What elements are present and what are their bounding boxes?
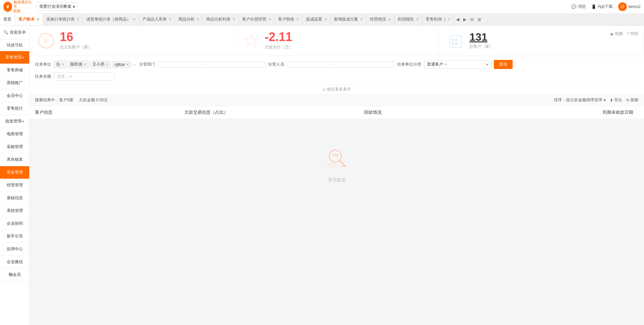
dept-input[interactable]: ··· bbox=[158, 61, 265, 68]
download-icon: 📱 bbox=[591, 4, 596, 9]
tab-inbound-stats[interactable]: 进货单统计表（按商品） ✕ bbox=[83, 13, 139, 26]
tab-retail-profit[interactable]: 零售利润（ ✕ bbox=[422, 13, 454, 26]
filter-more-tags[interactable]: ··· bbox=[132, 62, 136, 67]
tab-production-inbound[interactable]: 产成品入库单 ✕ bbox=[139, 13, 175, 26]
svg-rect-6 bbox=[452, 42, 454, 45]
main-layout: 🔍 搜索菜单 快捷导航 零售管理 ▾ 零售商城 营销推广 会员中心 零售统计 批… bbox=[0, 26, 644, 325]
tab-operations[interactable]: 经营情况 ✕ bbox=[367, 13, 394, 26]
app-download-btn[interactable]: 📱 App下载 bbox=[591, 4, 613, 9]
tab-new-promotion[interactable]: 新增提成方案 ✕ bbox=[331, 13, 367, 26]
sidebar-item-enterprise-wechat[interactable]: 企业微信 bbox=[0, 256, 29, 268]
tag-close-wang[interactable]: ✕ bbox=[106, 63, 109, 66]
help-btn[interactable]: ? 帮助 bbox=[627, 31, 638, 37]
tag-close-wu[interactable]: ✕ bbox=[61, 63, 64, 66]
sidebar-item-member-center[interactable]: 会员中心 bbox=[0, 89, 29, 102]
sidebar-item-retail-stats[interactable]: 零售统计 bbox=[0, 102, 29, 115]
classify-close-icon[interactable]: ✕ bbox=[444, 63, 447, 66]
sidebar-item-wholesale[interactable]: 批发管理 ▾ bbox=[0, 115, 29, 128]
header-right: 💬 消息 📱 App下载 D demo2 bbox=[571, 2, 641, 11]
tab-prev-btn[interactable]: ◀ bbox=[454, 13, 461, 26]
company-selector[interactable]: 母婴行业演示帐套 ▾ bbox=[36, 2, 78, 11]
tab-promotion-settings[interactable]: 提成设置 ✕ bbox=[303, 13, 331, 26]
tab-next-btn[interactable]: ▶ bbox=[461, 13, 468, 26]
sidebar-item-enterprise-coop[interactable]: 企业协同 bbox=[0, 217, 29, 230]
avatar: D bbox=[618, 2, 627, 11]
logo-text: 畅捷通好生意 标版 bbox=[13, 0, 33, 13]
tab-close-profit-report[interactable]: ✕ bbox=[416, 17, 419, 21]
collapse-btn[interactable]: ∧ 收起更多条件 bbox=[35, 84, 639, 94]
empty-state: 暂无数据 bbox=[30, 119, 644, 210]
chevron-down-icon: ▾ bbox=[73, 4, 75, 9]
stat-customers-label: 总客户（家） bbox=[469, 44, 493, 49]
sidebar-quick-nav[interactable]: 快捷导航 bbox=[0, 40, 29, 51]
sidebar-item-operations-mgmt[interactable]: 经营管理 bbox=[0, 179, 29, 192]
tab-close-accounts[interactable]: ✕ bbox=[37, 17, 39, 21]
tab-close-customer-tier[interactable]: ✕ bbox=[268, 17, 271, 21]
tab-close-promotion-settings[interactable]: ✕ bbox=[324, 17, 327, 21]
unit-label: 往来单位 bbox=[35, 62, 51, 67]
tab-close-purchase-summary[interactable]: ✕ bbox=[77, 17, 79, 21]
export-btn[interactable]: ⬇ 导出 bbox=[610, 97, 622, 103]
tab-close-customer-contact[interactable]: ✕ bbox=[296, 17, 299, 21]
filter-tag-chen: 陈民强 ✕ bbox=[68, 61, 89, 68]
tag-close-cjttcw[interactable]: ✕ bbox=[126, 63, 129, 66]
chevron-down-icon: ▾ bbox=[22, 56, 24, 59]
tab-profit-report[interactable]: 利润报告 ✕ bbox=[394, 13, 422, 26]
stat-customers-number: 131 bbox=[469, 32, 493, 42]
tab-close-product-analysis[interactable]: ✕ bbox=[197, 17, 199, 21]
svg-line-9 bbox=[340, 160, 345, 166]
refresh-btn[interactable]: ↻ 刷新 bbox=[626, 97, 639, 103]
sidebar-item-ecommerce[interactable]: 电商管理 bbox=[0, 128, 29, 141]
sidebar-item-basic-info[interactable]: 基础信息 bbox=[0, 192, 29, 205]
user-avatar-area[interactable]: D demo2 bbox=[618, 2, 641, 11]
tab-customer-contact[interactable]: 客户联络 ✕ bbox=[275, 13, 303, 26]
tab-fullscreen-btn[interactable]: ⊞ bbox=[476, 13, 483, 26]
sidebar-item-retail-mgmt[interactable]: 零售管理 ▾ bbox=[0, 51, 29, 64]
tab-close-operations[interactable]: ✕ bbox=[388, 17, 391, 21]
message-btn[interactable]: 💬 消息 bbox=[571, 4, 586, 9]
sidebar-item-newbie-guide[interactable]: 新手引导 bbox=[0, 230, 29, 243]
video-help-btn[interactable]: ▶ 视频 bbox=[611, 31, 623, 37]
tag-close-chen[interactable]: ✕ bbox=[84, 63, 86, 66]
sort-label[interactable]: 排序：按欠款金额倒序排序 ▾ bbox=[554, 97, 606, 103]
classify-select[interactable]: 普通客户 ✕ ▾ bbox=[424, 60, 491, 69]
sidebar-search-btn[interactable]: 🔍 搜索菜单 bbox=[3, 28, 27, 37]
tab-close-inbound[interactable]: ✕ bbox=[133, 17, 135, 21]
tab-close-retail-profit[interactable]: ✕ bbox=[448, 17, 450, 21]
stat-debt-number: -2.11 bbox=[265, 31, 293, 43]
top-header: ¥ 畅捷通好生意 标版 母婴行业演示帐套 ▾ 💬 消息 📱 App下载 D de… bbox=[0, 0, 644, 13]
th-repayment: 回款情况 bbox=[364, 109, 514, 115]
tab-close-production[interactable]: ✕ bbox=[169, 17, 171, 21]
sidebar-item-app-center[interactable]: 应用中心 bbox=[0, 243, 29, 256]
th-debt-info: 欠款交易信息（占比） bbox=[184, 109, 364, 115]
tab-home[interactable]: 首页 bbox=[0, 13, 15, 26]
svg-rect-7 bbox=[455, 42, 457, 45]
sidebar-item-vip-member[interactable]: 畅会员 bbox=[0, 268, 29, 281]
building-icon bbox=[447, 32, 464, 49]
sidebar-item-inventory[interactable]: 库存核算 bbox=[0, 153, 29, 166]
svg-rect-4 bbox=[452, 38, 454, 41]
content-area: ¥ 16 总欠款客户（家） -2.11 欠款合计（万） bbox=[30, 26, 644, 325]
tab-accounts[interactable]: 客户账本 ✕ bbox=[15, 13, 43, 26]
query-button[interactable]: 查询 bbox=[494, 60, 513, 69]
sidebar-item-finance[interactable]: 资金管理 bbox=[0, 166, 29, 179]
tab-purchase-summary[interactable]: 采购订单统计表 ✕ bbox=[43, 13, 83, 26]
stat-debtors-number: 16 bbox=[60, 31, 92, 43]
sidebar-item-system-mgmt[interactable]: 系统管理 bbox=[0, 205, 29, 217]
sidebar-item-purchase-mgmt[interactable]: 采购管理 bbox=[0, 141, 29, 153]
export-icon: ⬇ bbox=[610, 98, 613, 103]
chevron-down-icon: ▾ bbox=[604, 98, 606, 103]
sidebar-item-marketing[interactable]: 营销推广 bbox=[0, 77, 29, 89]
person-input[interactable]: ··· bbox=[287, 61, 394, 68]
tab-customer-tier[interactable]: 客户分层经营 ✕ bbox=[239, 13, 275, 26]
tab-product-analysis-list[interactable]: 商品分析列表 ✕ bbox=[203, 13, 239, 26]
tab-product-analysis[interactable]: 商品分析 ✕ bbox=[175, 13, 203, 26]
th-overdue-date: 到期未收款日期 bbox=[514, 109, 639, 115]
tab-close-new-promotion[interactable]: ✕ bbox=[360, 17, 363, 21]
svg-rect-3 bbox=[450, 36, 461, 47]
tab-expand-btn[interactable]: ⊟ bbox=[468, 13, 476, 26]
tab-close-product-list[interactable]: ✕ bbox=[232, 17, 235, 21]
sidebar-search-area: 🔍 搜索菜单 bbox=[0, 26, 29, 40]
remaining-select[interactable]: 选择... ▾ bbox=[54, 72, 114, 81]
sidebar-item-retail-store[interactable]: 零售商城 bbox=[0, 64, 29, 77]
